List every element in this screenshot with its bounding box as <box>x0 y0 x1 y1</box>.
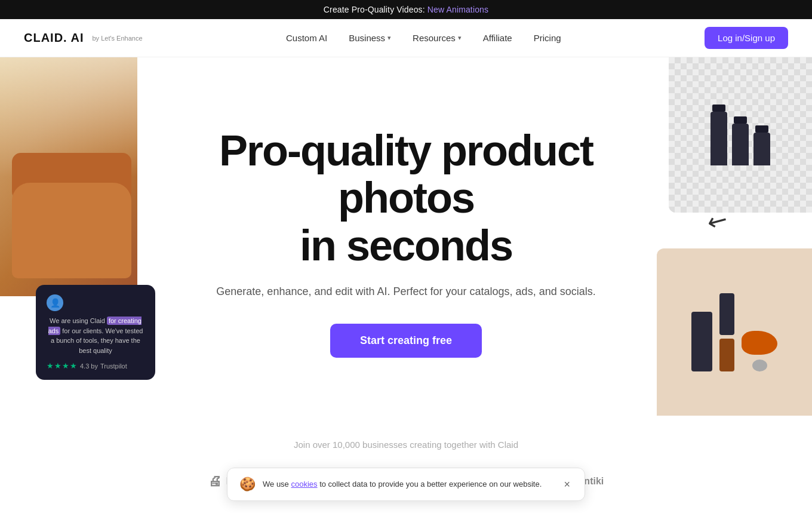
stone-orange <box>742 331 777 355</box>
product-bottle-dark <box>691 312 712 371</box>
cookie-icon: 🍪 <box>239 477 256 492</box>
social-proof-section: Join over 10,000 businesses creating tog… <box>0 416 812 462</box>
logo-text[interactable]: CLAID. AI <box>24 31 84 45</box>
product-display <box>679 281 789 383</box>
product-image-bottom <box>657 248 812 416</box>
hero-title: Pro-quality product photos in seconds <box>167 127 645 269</box>
banner-prefix: Create Pro-Quality Videos: <box>324 5 427 14</box>
banner-highlight: New <box>427 5 444 14</box>
hero-title-line1: Pro-quality product photos <box>219 127 593 222</box>
highlight-text: for creating ads <box>48 317 142 335</box>
hero-subtitle: Generate, enhance, and edit with AI. Per… <box>167 284 645 300</box>
trustpilot-rating: ★★★★ 4.3 by Trustpilot <box>47 361 144 370</box>
bottle-cap <box>712 105 725 112</box>
cta-button[interactable]: Start creating free <box>330 324 482 358</box>
nav-business[interactable]: Business ▾ <box>340 28 399 48</box>
product-image-top <box>669 57 812 213</box>
stone-small <box>752 360 767 371</box>
nav-pricing[interactable]: Pricing <box>525 28 570 48</box>
bottle-short <box>753 133 770 165</box>
rating-value: 4.3 by <box>80 363 98 370</box>
hero-section: 👤 We are using Claid for creating ads fo… <box>0 57 812 416</box>
hero-right-image: ↙ <box>657 57 812 416</box>
nav-affiliate[interactable]: Affiliate <box>475 28 521 48</box>
hero-title-line2: in seconds <box>300 222 512 269</box>
bottle-cap <box>755 125 768 133</box>
logo-by: by Let's Enhance <box>92 35 142 42</box>
login-signup-button[interactable]: Log in/Sign up <box>705 27 788 49</box>
stars-icon: ★★★★ <box>47 361 78 370</box>
top-banner: Create Pro-Quality Videos: New Animation… <box>0 0 812 19</box>
trustpilot-card: 👤 We are using Claid for creating ads fo… <box>36 285 155 380</box>
banner-link-rest: Animations <box>446 5 488 14</box>
social-proof-text: Join over 10,000 businesses creating tog… <box>12 440 800 450</box>
chevron-down-icon: ▾ <box>458 34 462 42</box>
navbar-actions: Log in/Sign up <box>705 27 788 49</box>
cookie-link[interactable]: cookies <box>291 480 317 489</box>
hero-content: Pro-quality product photos in seconds Ge… <box>167 127 645 358</box>
avatar: 👤 <box>47 294 63 311</box>
banner-link[interactable]: New Animations <box>427 5 488 14</box>
bottle-medium <box>732 124 749 165</box>
product-bottle-amber <box>719 339 734 371</box>
cookie-prefix: We use <box>263 480 291 489</box>
bottle-cap <box>734 116 747 124</box>
hero-left-image <box>0 57 137 296</box>
cookie-close-button[interactable]: × <box>561 478 573 491</box>
checkerboard-bg <box>669 57 812 213</box>
navbar-nav: Custom AI Business ▾ Resources ▾ Affilia… <box>278 28 570 48</box>
navbar-logo-area: CLAID. AI by Let's Enhance <box>24 31 143 45</box>
bottle-group <box>710 105 770 165</box>
cookie-suffix: to collect data to provide you a better … <box>318 480 542 489</box>
bottle-tall <box>710 112 727 165</box>
product-bottle-2 <box>719 293 734 335</box>
sofa-seat <box>12 183 131 278</box>
cookie-text: We use cookies to collect data to provid… <box>263 478 554 490</box>
platform-name: Trustpilot <box>100 363 127 370</box>
chevron-down-icon: ▾ <box>387 34 391 42</box>
trustpilot-quote: We are using Claid for creating ads for … <box>47 316 144 355</box>
sofa-background <box>0 57 137 296</box>
nav-custom-ai[interactable]: Custom AI <box>278 28 336 48</box>
navbar: CLAID. AI by Let's Enhance Custom AI Bus… <box>0 19 812 57</box>
cookie-banner: 🍪 We use cookies to collect data to prov… <box>227 468 585 501</box>
printify-icon: 🖨 <box>208 474 222 489</box>
nav-resources[interactable]: Resources ▾ <box>404 28 470 48</box>
